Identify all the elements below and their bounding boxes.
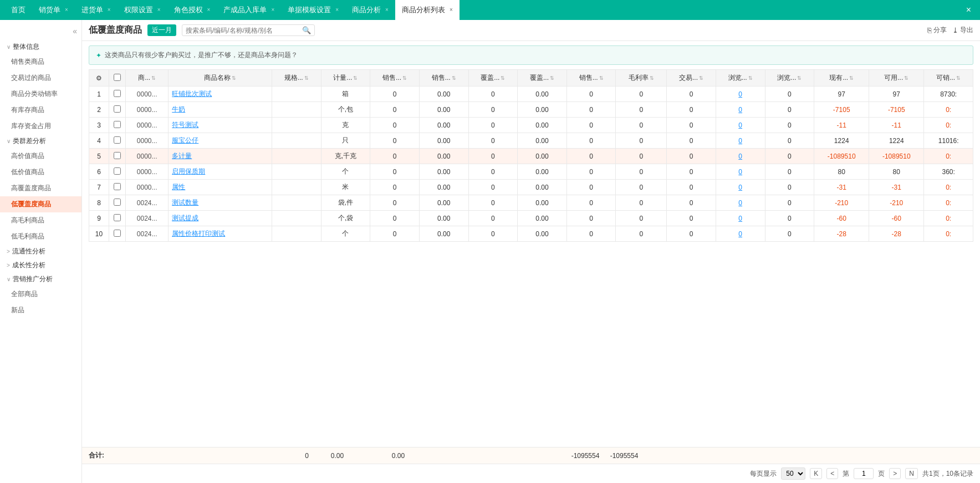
sidebar-group-marketing-analysis[interactable]: ∨ 营销推广分析 xyxy=(0,272,81,286)
nav-product-analysis-list[interactable]: 商品分析列表 × xyxy=(395,0,460,20)
close-icon[interactable]: × xyxy=(65,0,68,20)
period-button[interactable]: 近一月 xyxy=(147,24,176,36)
sidebar-item-inventory-capital[interactable]: 库存资金占用 xyxy=(0,118,81,134)
per-page-select[interactable]: 50 xyxy=(781,467,805,480)
nav-purchase-order[interactable]: 进货单 × xyxy=(75,0,118,20)
row-checkbox[interactable] xyxy=(109,164,126,180)
next-page-button[interactable]: > xyxy=(889,468,901,479)
close-icon[interactable]: × xyxy=(450,0,453,20)
sidebar-item-inventory-goods[interactable]: 有库存商品 xyxy=(0,102,81,118)
row-name[interactable]: 服宝公仔 xyxy=(169,133,272,149)
close-icon[interactable]: × xyxy=(385,0,389,20)
close-icon[interactable]: × xyxy=(108,0,111,20)
sidebar-item-high-margin[interactable]: 高毛利商品 xyxy=(0,212,81,228)
search-input[interactable] xyxy=(186,27,300,34)
row-browse1[interactable]: 0 xyxy=(716,87,765,102)
row-name[interactable]: 符号测试 xyxy=(169,118,272,133)
row-browse1[interactable]: 0 xyxy=(716,195,765,211)
checkbox-column-header[interactable] xyxy=(109,70,126,87)
table-container[interactable]: ⚙ 商... ⇅ 商品名称 xyxy=(82,69,980,447)
sidebar-group-class-analysis[interactable]: ∨ 类群差分析 xyxy=(0,134,81,148)
row-checkbox[interactable] xyxy=(109,133,126,149)
row-checkbox[interactable] xyxy=(109,149,126,164)
cover1-column-header[interactable]: 覆盖... ⇅ xyxy=(468,70,518,87)
row-browse1[interactable]: 0 xyxy=(716,118,765,133)
sales2-column-header[interactable]: 销售... ⇅ xyxy=(419,70,468,87)
nav-role-auth[interactable]: 角色授权 × xyxy=(167,0,217,20)
settings-column-header[interactable]: ⚙ xyxy=(89,70,109,87)
row-name[interactable]: 启用保质期 xyxy=(169,164,272,180)
row-name[interactable]: 牛奶 xyxy=(169,102,272,118)
gross-rate-column-header[interactable]: 毛利率 ⇅ xyxy=(616,70,667,87)
row-browse1[interactable]: 0 xyxy=(716,133,765,149)
sales3-column-header[interactable]: 销售... ⇅ xyxy=(566,70,616,87)
row-checkbox[interactable] xyxy=(109,195,126,211)
row-name[interactable]: 测试数量 xyxy=(169,195,272,211)
search-box[interactable]: 🔍 xyxy=(182,24,315,36)
trade-column-header[interactable]: 交易... ⇅ xyxy=(667,70,716,87)
row-name[interactable]: 属性价格打印测试 xyxy=(169,226,272,242)
row-name[interactable]: 旺铺批次测试 xyxy=(169,87,272,102)
share-button[interactable]: ⎘ 分享 xyxy=(927,26,947,35)
nav-home[interactable]: 首页 xyxy=(4,0,32,20)
close-all-button[interactable]: × xyxy=(962,5,976,15)
close-icon[interactable]: × xyxy=(335,0,339,20)
nav-product-analysis[interactable]: 商品分析 × xyxy=(345,0,395,20)
sales1-column-header[interactable]: 销售... ⇅ xyxy=(370,70,420,87)
sidebar-item-low-value[interactable]: 低价值商品 xyxy=(0,164,81,180)
prev-page-button[interactable]: < xyxy=(826,468,838,479)
row-browse1[interactable]: 0 xyxy=(716,226,765,242)
browse2-column-header[interactable]: 浏览... ⇅ xyxy=(765,70,814,87)
search-icon[interactable]: 🔍 xyxy=(302,26,311,34)
row-name[interactable]: 测试提成 xyxy=(169,211,272,226)
row-browse1[interactable]: 0 xyxy=(716,149,765,164)
first-page-button[interactable]: K xyxy=(810,468,822,479)
row-checkbox[interactable] xyxy=(109,87,126,102)
close-icon[interactable]: × xyxy=(271,0,274,20)
sidebar-item-category-sales-rate[interactable]: 商品分类动销率 xyxy=(0,86,81,102)
select-all-checkbox[interactable] xyxy=(114,74,121,81)
nav-template-settings[interactable]: 单据模板设置 × xyxy=(281,0,345,20)
sidebar-item-new-goods[interactable]: 新品 xyxy=(0,302,81,318)
sidebar-item-traded-goods[interactable]: 交易过的商品 xyxy=(0,70,81,86)
row-browse1[interactable]: 0 xyxy=(716,211,765,226)
row-checkbox[interactable] xyxy=(109,118,126,133)
browse1-column-header[interactable]: 浏览... ⇅ xyxy=(716,70,765,87)
saleable-column-header[interactable]: 可销... ⇅ xyxy=(924,70,973,87)
available-column-header[interactable]: 可用... ⇅ xyxy=(869,70,924,87)
code-column-header[interactable]: 商... ⇅ xyxy=(126,70,169,87)
row-checkbox[interactable] xyxy=(109,211,126,226)
sidebar-collapse-button[interactable]: « xyxy=(0,24,81,40)
cover2-column-header[interactable]: 覆盖... ⇅ xyxy=(518,70,567,87)
spec-column-header[interactable]: 规格... ⇅ xyxy=(272,70,321,87)
row-checkbox[interactable] xyxy=(109,226,126,242)
sidebar-item-low-margin[interactable]: 低毛利商品 xyxy=(0,228,81,245)
sidebar-group-flow-analysis[interactable]: > 流通性分析 xyxy=(0,245,81,258)
sidebar-item-all-goods[interactable]: 全部商品 xyxy=(0,286,81,302)
row-browse1[interactable]: 0 xyxy=(716,164,765,180)
name-column-header[interactable]: 商品名称 ⇅ xyxy=(169,70,272,87)
nav-product-storage[interactable]: 产成品入库单 × xyxy=(217,0,281,20)
sidebar-group-growth-analysis[interactable]: > 成长性分析 xyxy=(0,258,81,272)
current-column-header[interactable]: 现有... ⇅ xyxy=(814,70,869,87)
sidebar-item-sales-goods[interactable]: 销售类商品 xyxy=(0,54,81,70)
unit-column-header[interactable]: 计量... ⇅ xyxy=(321,70,370,87)
nav-permission-settings[interactable]: 权限设置 × xyxy=(118,0,167,20)
row-name[interactable]: 多计量 xyxy=(169,149,272,164)
row-checkbox[interactable] xyxy=(109,102,126,118)
close-icon[interactable]: × xyxy=(207,0,211,20)
row-checkbox[interactable] xyxy=(109,180,126,195)
row-browse1[interactable]: 0 xyxy=(716,180,765,195)
page-number-input[interactable] xyxy=(854,468,874,479)
row-name[interactable]: 属性 xyxy=(169,180,272,195)
sidebar-group-overall[interactable]: ∨ 整体信息 xyxy=(0,40,81,54)
export-button[interactable]: ⤓ 导出 xyxy=(952,26,973,35)
sidebar-item-low-coverage[interactable]: 低覆盖度商品 xyxy=(0,196,81,212)
row-browse1[interactable]: 0 xyxy=(716,102,765,118)
sidebar-item-high-coverage[interactable]: 高覆盖度商品 xyxy=(0,180,81,196)
last-page-button[interactable]: N xyxy=(905,468,918,479)
nav-sales-order[interactable]: 销货单 × xyxy=(32,0,75,20)
close-icon[interactable]: × xyxy=(157,0,161,20)
settings-icon[interactable]: ⚙ xyxy=(96,74,102,82)
sidebar-item-high-value[interactable]: 高价值商品 xyxy=(0,148,81,164)
